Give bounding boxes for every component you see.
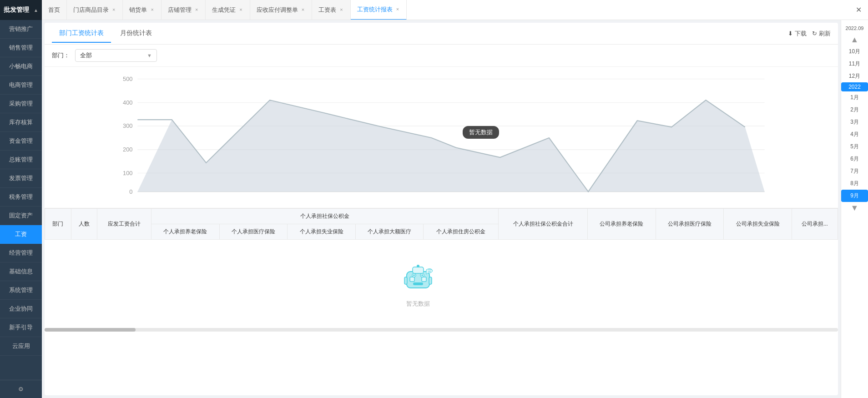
table-header-dept: 部门 [45,209,71,240]
timeline-item-5month[interactable]: 5月 [841,141,868,153]
settings-icon: ⚙ [18,386,24,393]
filter-dept-select[interactable]: 全部 ▼ [75,49,157,62]
chart-svg: 500 400 300 200 100 0 [52,74,831,202]
svg-rect-24 [429,277,432,284]
sidebar-item-finance[interactable]: 资金管理 [0,132,42,151]
timeline-item-4month[interactable]: 4月 [841,128,868,141]
sidebar-item-purchase[interactable]: 采购管理 [0,95,42,113]
sidebar-item-operations[interactable]: 经营管理 [0,244,42,262]
tab-salary-report[interactable]: 工资统计报表× [351,0,407,20]
table-area[interactable]: 部门 人数 应发工资合计 个人承担社保公积金 个人承担社保公积金合计 公司承担养… [45,208,838,395]
tab-close-salary-report[interactable]: × [395,6,400,13]
download-button[interactable]: ⬇ 下载 [788,30,807,38]
refresh-icon: ↻ [812,30,817,37]
svg-rect-16 [410,277,414,282]
tab-label-home: 首页 [48,6,60,14]
sidebar-item-ecommerce-small[interactable]: 小畅电商 [0,57,42,76]
timeline-year-label: 2022.09 [846,24,864,34]
sidebar-item-ledger[interactable]: 总账管理 [0,151,42,169]
empty-text: 暂无数据 [406,300,430,308]
filter-dept-label: 部门： [52,51,70,60]
sub-tab-month-stats[interactable]: 月份统计表 [113,25,159,43]
sidebar-item-invoice[interactable]: 发票管理 [0,169,42,188]
timeline-nav-up[interactable]: ▲ [849,34,861,45]
timeline-item-9month[interactable]: 9月 [841,190,868,202]
table-header-count: 人数 [71,209,97,240]
timeline-item-2month[interactable]: 2月 [841,104,868,116]
timeline-item-3month[interactable]: 3月 [841,116,868,128]
page-content: 部门工资统计表月份统计表 ⬇ 下载 ↻ 刷新 部门： 全部 ▼ [45,23,838,395]
tab-store-manage[interactable]: 店铺管理× [161,0,206,20]
table-header-personal-unemployment: 个人承担失业保险 [288,224,356,240]
tab-close-store-manage[interactable]: × [194,6,199,13]
sidebar: 批发管理 ▲ 营销推广销售管理小畅电商电商管理采购管理库存核算资金管理总账管理发… [0,0,42,398]
data-table: 部门 人数 应发工资合计 个人承担社保公积金 个人承担社保公积金合计 公司承担养… [45,208,838,326]
tab-salary-table[interactable]: 工资表× [312,0,350,20]
sidebar-item-guide[interactable]: 新手引导 [0,318,42,337]
tab-home[interactable]: 首页 [42,0,67,20]
tab-close-voucher[interactable]: × [238,6,243,13]
tab-label-sales-order: 销货单 [129,6,147,14]
sidebar-item-sales[interactable]: 销售管理 [0,39,42,57]
sidebar-item-enterprise[interactable]: 企业协同 [0,300,42,318]
sidebar-title: 批发管理 [4,6,29,14]
tab-voucher[interactable]: 生成凭证× [206,0,250,20]
svg-point-21 [421,274,423,276]
timeline-item-2022[interactable]: 2022 [841,82,868,91]
timeline-panel: 2022.09 ▲ 10月11月12月20221月2月3月4月5月6月7月8月9… [841,20,868,398]
tab-label-voucher: 生成凭证 [212,6,236,14]
tab-receivable[interactable]: 应收应付调整单× [250,0,312,20]
sidebar-item-inventory[interactable]: 库存核算 [0,113,42,132]
tab-bar-end: ✕ [853,4,868,16]
sidebar-item-cloud[interactable]: 云应用 [0,337,42,356]
table-header-personal-pension: 个人承担养老保险 [151,224,219,240]
sidebar-settings-button[interactable]: ⚙ [0,380,42,398]
content-area: 部门工资统计表月份统计表 ⬇ 下载 ↻ 刷新 部门： 全部 ▼ [42,20,868,398]
filter-dept-arrow-icon: ▼ [147,53,152,58]
timeline-item-1month[interactable]: 1月 [841,91,868,104]
sidebar-item-tax[interactable]: 税务管理 [0,188,42,207]
timeline-item-6month[interactable]: 6月 [841,153,868,165]
tab-bar-close-button[interactable]: ✕ [853,4,864,16]
svg-text:100: 100 [123,170,133,176]
table-header-company-unemployment: 公司承担失业保险 [724,209,792,240]
sidebar-item-salary[interactable]: 工资 [0,225,42,244]
tab-label-salary-table: 工资表 [318,6,336,14]
tab-close-receivable[interactable]: × [301,6,305,13]
timeline-nav-down[interactable]: ▼ [849,202,861,214]
svg-point-20 [413,274,415,276]
scrollbar-thumb[interactable] [45,328,136,332]
horizontal-scrollbar[interactable] [45,328,838,332]
tab-store-catalog[interactable]: 门店商品目录× [67,0,123,20]
chart-area: 500 400 300 200 100 0 暂无数据 [45,67,838,208]
table-header-personal-housing: 个人承担住房公积金 [424,224,499,240]
refresh-button[interactable]: ↻ 刷新 [812,30,831,38]
svg-text:200: 200 [123,146,133,153]
sub-tab-actions: ⬇ 下载 ↻ 刷新 [788,30,831,38]
sidebar-item-marketing[interactable]: 营销推广 [0,20,42,39]
svg-rect-14 [413,267,424,273]
sidebar-item-basic[interactable]: 基础信息 [0,262,42,281]
timeline-item-12month[interactable]: 12月 [841,70,868,82]
sidebar-header[interactable]: 批发管理 ▲ [0,0,42,20]
tab-bar: 首页门店商品目录×销货单×店铺管理×生成凭证×应收应付调整单×工资表×工资统计报… [42,0,868,20]
tab-close-sales-order[interactable]: × [150,6,154,13]
sub-tab-dept-stats[interactable]: 部门工资统计表 [52,25,111,43]
sidebar-item-ecommerce[interactable]: 电商管理 [0,76,42,95]
sidebar-item-assets[interactable]: 固定资产 [0,207,42,225]
tab-close-salary-table[interactable]: × [339,6,343,13]
tab-sales-order[interactable]: 销货单× [123,0,161,20]
timeline-item-10month[interactable]: 10月 [841,45,868,58]
svg-text:500: 500 [123,76,133,82]
main-area: 首页门店商品目录×销货单×店铺管理×生成凭证×应收应付调整单×工资表×工资统计报… [42,0,868,398]
timeline-item-8month[interactable]: 8月 [841,177,868,190]
table-header-total: 应发工资合计 [97,209,151,240]
tab-label-salary-report: 工资统计报表 [357,5,393,14]
table-header-personal-major-medical: 个人承担大额医疗 [355,224,424,240]
timeline-item-11month[interactable]: 11月 [841,58,868,70]
table-header-personal-total: 个人承担社保公积金合计 [499,209,588,240]
tab-close-store-catalog[interactable]: × [111,6,116,13]
timeline-item-7month[interactable]: 7月 [841,165,868,177]
sidebar-item-system[interactable]: 系统管理 [0,281,42,300]
svg-point-15 [417,265,419,267]
